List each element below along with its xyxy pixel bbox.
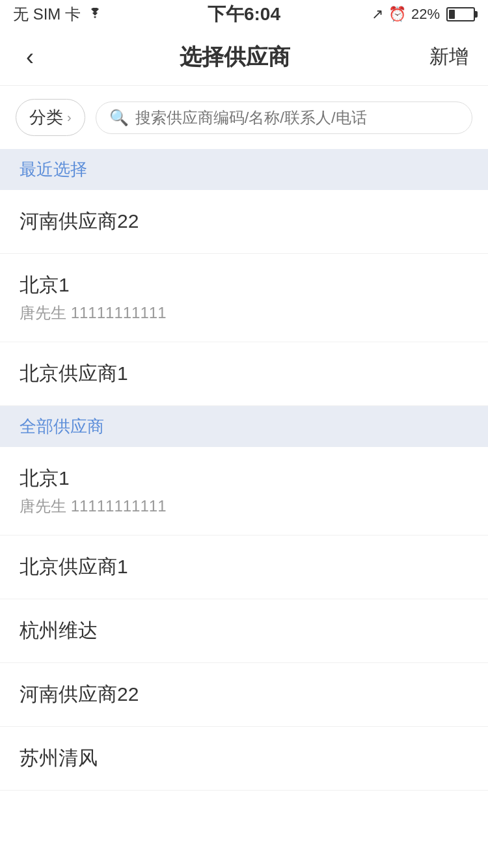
item-sub: 唐先生 11111111111 bbox=[20, 303, 468, 323]
search-bar: 分类 › 🔍 bbox=[0, 86, 488, 149]
page-title: 选择供应商 bbox=[180, 42, 290, 72]
wifi-icon bbox=[86, 8, 104, 21]
search-icon: 🔍 bbox=[109, 109, 129, 127]
battery-percentage: 22% bbox=[411, 6, 440, 23]
category-button[interactable]: 分类 › bbox=[16, 99, 85, 136]
category-label: 分类 bbox=[29, 106, 63, 129]
item-name: 苏州清风 bbox=[20, 745, 468, 772]
list-item[interactable]: 杭州维达 bbox=[0, 599, 488, 663]
recent-section-header: 最近选择 bbox=[0, 149, 488, 190]
chevron-right-icon: › bbox=[67, 110, 72, 125]
list-item[interactable]: 河南供应商22 bbox=[0, 663, 488, 727]
item-name: 北京1 bbox=[20, 272, 468, 299]
item-name: 河南供应商22 bbox=[20, 208, 468, 235]
status-bar: 无 SIM 卡 下午6:04 ↗ ⏰ 22% bbox=[0, 0, 488, 29]
item-name: 北京供应商1 bbox=[20, 554, 468, 580]
alarm-icon: ⏰ bbox=[388, 6, 406, 23]
recent-section-label: 最近选择 bbox=[20, 159, 87, 179]
search-input-wrapper[interactable]: 🔍 bbox=[96, 102, 472, 134]
item-sub: 唐先生 11111111111 bbox=[20, 496, 468, 517]
all-list: 北京1 唐先生 11111111111 北京供应商1 杭州维达 河南供应商22 … bbox=[0, 447, 488, 791]
all-section-label: 全部供应商 bbox=[20, 416, 104, 436]
item-name: 北京1 bbox=[20, 465, 468, 492]
list-item[interactable]: 河南供应商22 bbox=[0, 190, 488, 254]
item-name: 北京供应商1 bbox=[20, 360, 468, 387]
list-item[interactable]: 北京供应商1 bbox=[0, 342, 488, 406]
status-left: 无 SIM 卡 bbox=[13, 4, 104, 25]
status-right: ↗ ⏰ 22% bbox=[372, 6, 475, 23]
battery-icon bbox=[446, 7, 475, 21]
list-item[interactable]: 北京1 唐先生 11111111111 bbox=[0, 254, 488, 342]
location-icon: ↗ bbox=[372, 6, 383, 23]
list-item[interactable]: 苏州清风 bbox=[0, 727, 488, 791]
all-section-header: 全部供应商 bbox=[0, 406, 488, 447]
sim-label: 无 SIM 卡 bbox=[13, 4, 81, 25]
nav-bar: ‹ 选择供应商 新增 bbox=[0, 29, 488, 86]
status-time: 下午6:04 bbox=[208, 2, 280, 27]
add-button[interactable]: 新增 bbox=[429, 44, 468, 70]
list-item[interactable]: 北京1 唐先生 11111111111 bbox=[0, 447, 488, 536]
recent-list: 河南供应商22 北京1 唐先生 11111111111 北京供应商1 bbox=[0, 190, 488, 406]
back-button[interactable]: ‹ bbox=[20, 37, 40, 77]
list-item[interactable]: 北京供应商1 bbox=[0, 536, 488, 599]
item-name: 河南供应商22 bbox=[20, 681, 468, 708]
search-input[interactable] bbox=[135, 109, 459, 127]
item-name: 杭州维达 bbox=[20, 617, 468, 644]
